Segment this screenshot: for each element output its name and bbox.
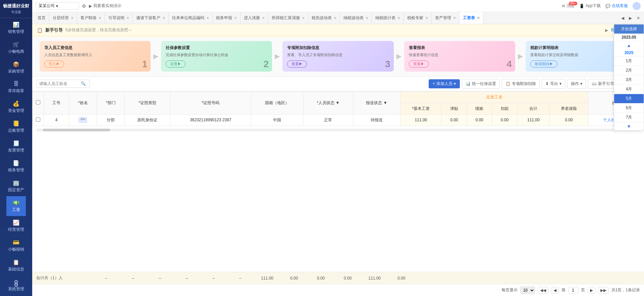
total-count: 合计共（1）人 (36, 275, 63, 281)
tab-tax-stats[interactable]: 纳税波动表✕ (340, 12, 372, 24)
tab-close-clear[interactable]: ✕ (262, 16, 265, 20)
tab-close-goods-code[interactable]: ✕ (206, 16, 209, 20)
export-btn[interactable]: ⬇ 导出 ▾ (542, 79, 565, 89)
tab-close-invite[interactable]: ✕ (162, 16, 165, 20)
sidebar-item-assets-mgr[interactable]: 🏢 固定资产 (6, 176, 26, 196)
sidebar-item-salary-mgr[interactable]: 💵 工资 (6, 196, 26, 216)
newguide-btn[interactable]: 📖 新手引导 (588, 79, 618, 89)
per-page-select[interactable]: 10 20 50 (520, 287, 535, 294)
sidebar-item-mini-sales[interactable]: 💳 小畅报销 (6, 236, 26, 256)
sidebar-item-tax[interactable]: 📑 税务管理 (6, 157, 26, 176)
tab-salary[interactable]: 工资表✕ (460, 12, 483, 24)
sidebar-item-ledger[interactable]: 📒 总账管理 (6, 117, 26, 137)
month-item-5月[interactable]: 5月 (614, 94, 644, 103)
message-btn[interactable]: ✉ 消息 99+ (562, 3, 575, 9)
step-desc-3: 查看、导入员工专项附加扣除信息 (287, 52, 389, 58)
row-status: 正常 (303, 114, 353, 126)
month-item-3月[interactable]: 3月 (614, 75, 644, 85)
month-item-7月[interactable]: 7月 (614, 113, 644, 122)
tab-customer[interactable]: 客户联络✕ (77, 12, 105, 24)
month-item-1月[interactable]: 1月 (614, 56, 644, 66)
sidebar-item-finance[interactable]: 💰 资金管理 (6, 97, 26, 117)
row-performance: 0.00 (467, 114, 492, 126)
finance-icon: 💰 (13, 100, 19, 107)
tab-guide[interactable]: 引导说明✕ (105, 12, 133, 24)
tab-label-tax-table: 纳税统计表 (375, 15, 395, 21)
tab-close-all-icon[interactable]: ✕ (635, 14, 642, 22)
tab-clear[interactable]: 进入清册✕ (240, 12, 268, 24)
tab-tax-reduce[interactable]: 税负波动表✕ (308, 12, 340, 24)
tab-close-partition[interactable]: ✕ (71, 16, 73, 20)
tab-label-guide: 引导说明 (108, 15, 124, 21)
month-item-6月[interactable]: 6月 (614, 103, 644, 113)
tab-tax-table[interactable]: 纳税统计表✕ (372, 12, 404, 24)
settings-icon[interactable]: ⚙ (82, 3, 86, 9)
page-input[interactable] (568, 287, 578, 294)
month-panel-down-btn[interactable]: ▼ (614, 122, 644, 130)
tab-goods-code[interactable]: 往来单位商品编码✕ (169, 12, 213, 24)
step-btn-2[interactable]: 设置▶ (166, 60, 185, 68)
tab-assets[interactable]: 资产管理✕ (432, 12, 460, 24)
last-page-btn[interactable]: ▶▶ (598, 287, 609, 294)
tab-close-guide[interactable]: ✕ (126, 16, 129, 20)
tab-close-tax-expert[interactable]: ✕ (425, 16, 428, 20)
tab-close-customer[interactable]: ✕ (99, 16, 101, 20)
search-input-wrap[interactable]: 🔍 (36, 80, 90, 88)
sidebar-item-sales[interactable]: 📊 销售管理 (6, 18, 26, 38)
month-panel: 月份选择 2023.05 ▲ 20251月2月3月4月5月6月7月 ▼ (614, 24, 644, 131)
sidebar-settings[interactable]: ⚙ (0, 279, 32, 293)
demo-label: 我要看实例演示 (93, 3, 121, 9)
tab-close-tax-table[interactable]: ✕ (397, 16, 400, 20)
sidebar-item-basic-info[interactable]: 📋 基础信息 (6, 256, 26, 276)
search-input[interactable] (39, 81, 79, 86)
sidebar-item-operations[interactable]: 📈 经营管理 (6, 216, 26, 236)
sidebar-item-settings[interactable]: ⚙ (0, 279, 32, 293)
prev-page-btn[interactable]: ◀ (551, 287, 559, 294)
tab-close-tax-report[interactable]: ✕ (234, 16, 237, 20)
tab-tax-calc[interactable]: 所得税汇算清缴✕ (268, 12, 308, 24)
month-panel-up-btn[interactable]: ▲ (614, 41, 644, 49)
scrollbar-track[interactable] (36, 129, 640, 131)
app-download-btn[interactable]: 📱 App下载 (579, 3, 601, 9)
tab-close-salary[interactable]: ✕ (477, 16, 480, 20)
tab-partition[interactable]: 分层经营✕ (49, 12, 77, 24)
month-item-2月[interactable]: 2月 (614, 66, 644, 75)
step-btn-5[interactable]: 敬请期待▶ (530, 60, 557, 68)
tab-tax-report[interactable]: 税务申报✕ (213, 12, 240, 24)
row-checkbox-0[interactable] (36, 117, 40, 122)
step-btn-4[interactable]: 查看▶ (409, 60, 429, 68)
sidebar-item-purchase[interactable]: 📦 采购管理 (6, 58, 26, 78)
tab-home[interactable]: 首页 (34, 12, 49, 24)
social-insurance-btn[interactable]: 📊 统一社保设置 (462, 79, 500, 89)
company-selector[interactable]: 某某公司 ▾ (36, 2, 79, 10)
month-panel-header[interactable]: 月份选择 (614, 25, 644, 34)
tab-close-tax-stats[interactable]: ✕ (366, 16, 368, 20)
sidebar-item-invoice[interactable]: 🧾 发票管理 (6, 137, 26, 157)
tab-tax-expert[interactable]: 税检专家✕ (404, 12, 432, 24)
add-person-btn[interactable]: + 添加人员 ▾ (429, 79, 460, 88)
month-item-4月[interactable]: 4月 (614, 85, 644, 94)
row-total: 111.00 (517, 114, 549, 126)
demo-btn[interactable]: ▶ 我要看实例演示 (89, 3, 121, 9)
tab-close-assets[interactable]: ✕ (453, 16, 456, 20)
sidebar-item-mini-ecom[interactable]: 🛒 小畅电商 (6, 38, 26, 58)
tab-invite[interactable]: 邀请下游客户✕ (133, 12, 169, 24)
special-deduct-btn[interactable]: 📋 专项附加扣除 (502, 79, 540, 89)
tab-arrows: ◀ ▶ ✕ (619, 14, 642, 22)
select-all-checkbox[interactable] (36, 100, 40, 104)
user-avatar[interactable] (633, 2, 641, 10)
next-page-btn[interactable]: ▶ (588, 287, 595, 294)
online-service-btn[interactable]: 💬 在线客服 (605, 3, 628, 9)
sidebar-item-inventory[interactable]: 🗄 库存核算 (6, 78, 26, 97)
tab-close-tax-reduce[interactable]: ✕ (334, 16, 336, 20)
tab-close-tax-calc[interactable]: ✕ (302, 16, 305, 20)
tab-next-arrow[interactable]: ▶ (627, 14, 634, 22)
guide-bar: 📋 新手引导 5步快速完成设置，快去完善信息吧～ ▶ 视频 | 帮助 ✕ (32, 24, 644, 36)
tab-prev-arrow[interactable]: ◀ (619, 14, 626, 22)
first-page-btn[interactable]: ◀◀ (538, 287, 548, 294)
step-btn-1[interactable]: 导入▶ (44, 60, 64, 68)
scrollbar-thumb[interactable] (43, 129, 110, 131)
action-btn[interactable]: 操作 ▾ (567, 79, 586, 89)
step-btn-3[interactable]: 查看▶ (287, 60, 307, 68)
tax-icon: 📑 (13, 160, 19, 166)
